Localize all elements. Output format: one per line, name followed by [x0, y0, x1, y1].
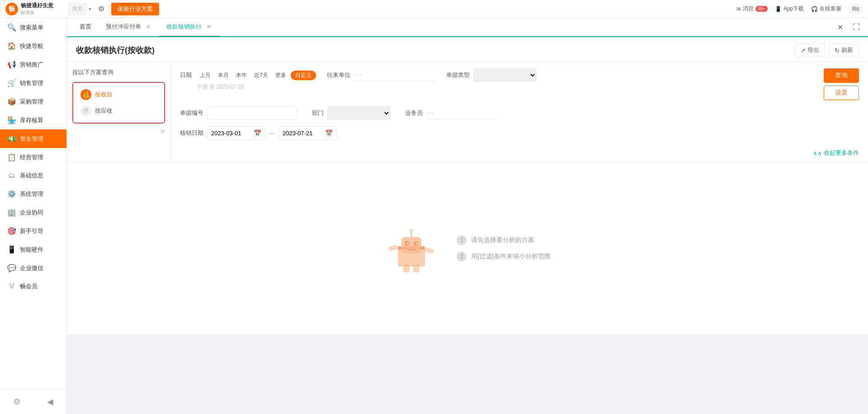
tab-prepay[interactable]: 预付冲应付单 ✕	[99, 18, 159, 37]
brand: 畅 畅捷通好生意 标准版	[5, 2, 64, 16]
date-last-month-btn[interactable]: 上月	[197, 71, 213, 80]
sidebar-label-inventory: 库存核算	[20, 116, 43, 124]
sidebar-label-wechat: 企业微信	[20, 264, 43, 272]
industry-btn[interactable]: 体验行业方案	[111, 3, 159, 15]
verify-date-end-cal-icon[interactable]: 📅	[325, 129, 333, 137]
tab-receivable-close[interactable]: ✕	[205, 23, 212, 30]
smart-hw-icon: 📱	[7, 245, 16, 254]
verify-date-end-input[interactable]	[283, 130, 323, 137]
filter-right-panel: 日期 上月 本月 本年 近7天 更多 自定义	[171, 62, 868, 162]
filter-row-1-left: 日期 上月 本月 本年 近7天 更多 自定义	[180, 68, 815, 91]
doc-no-input[interactable]	[207, 106, 297, 120]
search-placeholder-text: 搜索	[72, 5, 83, 13]
phone-icon: 📱	[775, 6, 782, 12]
sidebar-label-marketing: 营销推广	[20, 61, 43, 69]
sales-icon: 🛒	[7, 79, 16, 87]
date-this-year-btn[interactable]: 本年	[233, 71, 250, 80]
filter-collapse-btn[interactable]: »	[160, 126, 165, 136]
filter-option-by-receivable[interactable]: ⏱ 按应收	[77, 103, 160, 119]
sidebar-item-guide[interactable]: 🎯新手引导	[0, 222, 66, 240]
date-more-btn[interactable]: 更多	[273, 71, 289, 80]
sidebar-settings-icon[interactable]: ⚙	[9, 393, 24, 410]
svg-rect-2	[401, 237, 421, 253]
filter-option-by-receipt[interactable]: 💰 按收款	[77, 86, 160, 103]
brand-name: 畅捷通好生意	[21, 2, 53, 10]
date-custom-btn[interactable]: 自定义	[291, 71, 316, 80]
tab-close-all-btn[interactable]: ✕	[834, 21, 846, 33]
page-header: 收款核销执行(按收款) ↗ 导出 ↻ 刷新	[67, 37, 868, 62]
date-range-separator: —	[269, 130, 275, 137]
sidebar-item-purchase[interactable]: 📦采购管理	[0, 92, 66, 111]
date-this-month-btn[interactable]: 本月	[215, 71, 231, 80]
gear-icon[interactable]: ⚙	[95, 3, 108, 15]
verify-date-start-wrap: 📅	[207, 126, 265, 140]
export-label: 导出	[807, 46, 819, 54]
verify-date-start-cal-icon[interactable]: 📅	[254, 129, 261, 137]
tab-receivable[interactable]: 收款核销执行 ✕	[159, 18, 220, 37]
filter-panel-title: 按以下方案查询	[72, 68, 165, 76]
sidebar-item-quick-nav[interactable]: 🏠快捷导航	[0, 37, 66, 55]
sidebar-item-inventory[interactable]: 🏪库存核算	[0, 111, 66, 129]
verify-date-start-input[interactable]	[211, 130, 252, 137]
filter-collapse-row: »	[72, 124, 165, 136]
sidebar-item-sales[interactable]: 🛒销售管理	[0, 74, 66, 92]
sidebar-label-enterprise: 企业协同	[20, 209, 43, 217]
sidebar-item-smart-hw[interactable]: 📱智能硬件	[0, 240, 66, 259]
svg-rect-11	[403, 264, 410, 272]
purchase-icon: 📦	[7, 97, 16, 106]
sidebar-items: 🔍搜索菜单🏠快捷导航📢营销推广🛒销售管理📦采购管理🏪库存核算💵资金管理📋经营管理…	[0, 18, 66, 295]
tab-prepay-label: 预付冲应付单	[106, 23, 141, 31]
tab-maximize-btn[interactable]: ⛶	[850, 21, 863, 33]
refresh-btn[interactable]: ↻ 刷新	[829, 43, 859, 57]
tab-bar: 首页 预付冲应付单 ✕ 收款核销执行 ✕ ✕ ⛶	[67, 18, 868, 37]
staff-filter: 业务员 ···	[405, 107, 499, 119]
message-label: 消息	[743, 5, 754, 13]
message-badge: 99+	[755, 6, 768, 12]
collapse-more-label: 收起更多条件	[824, 149, 859, 157]
sidebar-item-wechat[interactable]: 💬企业微信	[0, 259, 66, 277]
inventory-icon: 🏪	[7, 116, 16, 124]
collapse-more-btn[interactable]: ∧∧ 收起更多条件	[180, 146, 868, 162]
dept-filter: 部门	[312, 106, 391, 120]
date-label: 日期	[180, 71, 193, 79]
sidebar-item-vip[interactable]: V畅会员	[0, 277, 66, 295]
query-btn[interactable]: 查询	[824, 68, 859, 83]
date-quick-btns: 上月 本月 本年 近7天 更多 自定义	[197, 71, 316, 80]
staff-input-area: ···	[426, 107, 499, 119]
page-content: 收款核销执行(按收款) ↗ 导出 ↻ 刷新 按以下方案查询	[67, 37, 868, 414]
partner-label: 往来单位	[327, 71, 350, 79]
sidebar-item-marketing[interactable]: 📢营销推广	[0, 55, 66, 74]
app-download-btn[interactable]: 📱 App下载	[775, 5, 804, 13]
dropdown-arrow[interactable]: ▾	[89, 6, 91, 12]
message-btn[interactable]: ✉ 消息 99+	[736, 5, 768, 13]
empty-tips: 1 请先选择要分析的方案 2 用[过滤]条件来缩小分析范围	[457, 235, 551, 262]
brand-text: 畅捷通好生意 标准版	[21, 2, 53, 16]
sidebar-item-finance[interactable]: 💵资金管理	[0, 129, 66, 148]
export-btn[interactable]: ↗ 导出	[795, 43, 825, 57]
sidebar-label-sales: 销售管理	[20, 79, 43, 87]
sidebar-label-smart-hw: 智能硬件	[20, 246, 43, 254]
dept-select[interactable]	[327, 106, 391, 120]
svg-point-8	[410, 228, 413, 232]
partner-dots[interactable]: ···	[354, 71, 363, 79]
app-download-label: App下载	[783, 5, 804, 13]
online-service-btn[interactable]: 🎧 在线客服	[811, 5, 841, 13]
doc-no-filter: 单据编号	[180, 106, 297, 120]
sidebar-item-operations[interactable]: 📋经营管理	[0, 148, 66, 167]
tab-prepay-close[interactable]: ✕	[145, 23, 152, 30]
quick-nav-icon: 🏠	[7, 42, 16, 50]
basic-info-icon: 🗂	[7, 171, 16, 180]
tab-home[interactable]: 首页	[72, 18, 99, 37]
sidebar-item-enterprise[interactable]: 🏢企业协同	[0, 203, 66, 222]
sidebar-label-vip: 畅会员	[20, 282, 38, 290]
username[interactable]: Rit	[849, 5, 863, 14]
settings-btn[interactable]: 设置	[824, 86, 859, 100]
doc-type-label: 单据类型	[446, 71, 470, 79]
staff-dots[interactable]: ···	[426, 109, 435, 117]
sidebar-item-basic-info[interactable]: 🗂基础信息	[0, 167, 66, 185]
sidebar-item-search[interactable]: 🔍搜索菜单	[0, 18, 66, 37]
sidebar-collapse-icon[interactable]: ◀	[43, 393, 57, 410]
doc-type-select[interactable]	[473, 68, 537, 82]
date-7days-btn[interactable]: 近7天	[251, 71, 271, 80]
sidebar-item-system[interactable]: ⚙️系统管理	[0, 185, 66, 203]
